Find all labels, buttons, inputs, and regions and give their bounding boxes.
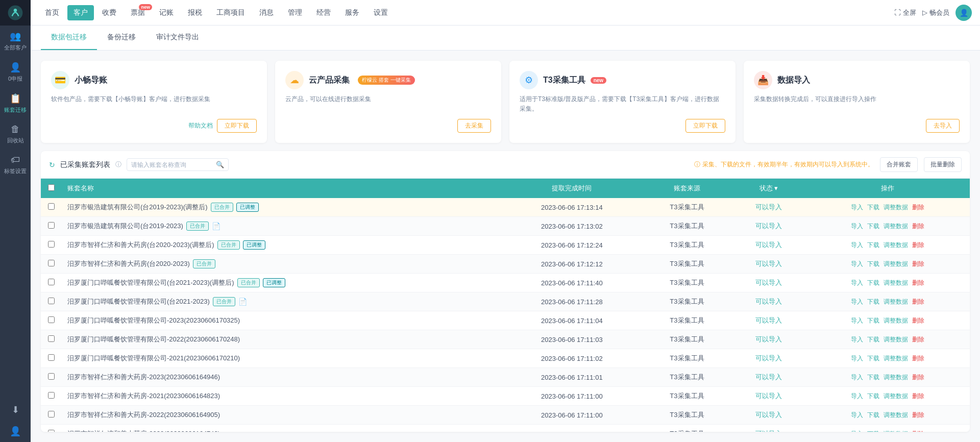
sidebar-item-profile[interactable]: 👤 (0, 421, 31, 442)
action-下载[interactable]: 下载 (867, 241, 879, 250)
action-删除[interactable]: 删除 (912, 241, 924, 250)
nav-industry[interactable]: 工商项目 (210, 5, 251, 20)
action-删除[interactable]: 删除 (912, 392, 924, 401)
nav-message[interactable]: 消息 (253, 5, 280, 20)
action-删除[interactable]: 删除 (912, 203, 924, 212)
refresh-icon[interactable]: ↻ (49, 161, 55, 169)
row-file-icon[interactable]: 📄 (238, 298, 247, 306)
nav-tax[interactable]: 报税 (182, 5, 208, 20)
search-input[interactable] (131, 161, 213, 168)
nav-home[interactable]: 首页 (39, 5, 65, 20)
row-checkbox[interactable] (48, 260, 55, 266)
row-checkbox[interactable] (48, 203, 55, 210)
action-调整数据[interactable]: 调整数据 (884, 222, 908, 231)
action-调整数据[interactable]: 调整数据 (884, 430, 908, 432)
nav-invoice[interactable]: 票据 new (125, 5, 151, 20)
sidebar-item-zero-report[interactable]: 👤 0申报 (0, 57, 31, 88)
search-icon[interactable]: 🔍 (216, 161, 224, 168)
action-导入[interactable]: 导入 (851, 222, 863, 231)
action-导入[interactable]: 导入 (851, 354, 863, 363)
row-checkbox[interactable] (48, 222, 55, 229)
select-all-checkbox[interactable] (48, 184, 55, 191)
user-avatar[interactable]: 👤 (955, 5, 972, 21)
action-删除[interactable]: 删除 (912, 354, 924, 363)
fullscreen-button[interactable]: ⛶ 全屏 (894, 8, 916, 17)
help-icon[interactable]: ⓘ (115, 160, 121, 169)
row-file-icon[interactable]: 📄 (212, 222, 220, 230)
action-删除[interactable]: 删除 (912, 411, 924, 420)
row-checkbox[interactable] (48, 241, 55, 248)
action-导入[interactable]: 导入 (851, 241, 863, 250)
action-导入[interactable]: 导入 (851, 411, 863, 420)
action-下载[interactable]: 下载 (867, 430, 879, 432)
action-删除[interactable]: 删除 (912, 316, 924, 325)
nav-billing[interactable]: 收费 (96, 5, 122, 20)
action-删除[interactable]: 删除 (912, 430, 924, 432)
nav-accounting[interactable]: 记账 (153, 5, 180, 20)
action-调整数据[interactable]: 调整数据 (884, 373, 908, 382)
action-下载[interactable]: 下载 (867, 373, 879, 382)
action-删除[interactable]: 删除 (912, 373, 924, 382)
action-导入[interactable]: 导入 (851, 203, 863, 212)
nav-settings[interactable]: 设置 (368, 5, 394, 20)
sidebar-item-download[interactable]: ⬇ (0, 399, 31, 421)
nav-operation[interactable]: 经营 (310, 5, 337, 20)
row-checkbox[interactable] (48, 316, 55, 323)
row-checkbox[interactable] (48, 430, 55, 432)
row-checkbox[interactable] (48, 354, 55, 361)
action-删除[interactable]: 删除 (912, 279, 924, 287)
action-导入[interactable]: 导入 (851, 260, 863, 268)
go-import-button[interactable]: 去导入 (926, 119, 960, 133)
action-导入[interactable]: 导入 (851, 316, 863, 325)
action-删除[interactable]: 删除 (912, 260, 924, 268)
action-调整数据[interactable]: 调整数据 (884, 335, 908, 344)
row-checkbox[interactable] (48, 373, 55, 380)
nav-client[interactable]: 客户 (67, 5, 94, 20)
action-下载[interactable]: 下载 (867, 279, 879, 287)
action-删除[interactable]: 删除 (912, 298, 924, 306)
batch-delete-button[interactable]: 批量删除 (924, 157, 962, 172)
go-collect-button[interactable]: 去采集 (457, 119, 491, 133)
row-checkbox[interactable] (48, 279, 55, 285)
action-导入[interactable]: 导入 (851, 392, 863, 401)
action-下载[interactable]: 下载 (867, 203, 879, 212)
action-删除[interactable]: 删除 (912, 222, 924, 231)
help-doc-link[interactable]: 帮助文档 (188, 121, 213, 130)
action-调整数据[interactable]: 调整数据 (884, 411, 908, 420)
action-调整数据[interactable]: 调整数据 (884, 392, 908, 401)
sidebar-item-account-migration[interactable]: 📋 账套迁移 (0, 88, 31, 119)
sidebar-item-tag-settings[interactable]: 🏷 标签设置 (0, 150, 31, 180)
tab-backup-migration[interactable]: 备份迁移 (97, 26, 146, 50)
action-下载[interactable]: 下载 (867, 354, 879, 363)
action-删除[interactable]: 删除 (912, 335, 924, 344)
nav-service[interactable]: 服务 (339, 5, 365, 20)
action-调整数据[interactable]: 调整数据 (884, 203, 908, 212)
row-checkbox[interactable] (48, 335, 55, 342)
vip-button[interactable]: ▷ 畅会员 (922, 8, 949, 17)
action-导入[interactable]: 导入 (851, 430, 863, 432)
sidebar-item-recycle-bin[interactable]: 🗑 回收站 (0, 119, 31, 150)
action-导入[interactable]: 导入 (851, 298, 863, 306)
action-下载[interactable]: 下载 (867, 298, 879, 306)
merge-button[interactable]: 合并账套 (880, 157, 918, 172)
nav-management[interactable]: 管理 (282, 5, 308, 20)
action-下载[interactable]: 下载 (867, 260, 879, 268)
action-调整数据[interactable]: 调整数据 (884, 354, 908, 363)
action-下载[interactable]: 下载 (867, 392, 879, 401)
tab-data-migration[interactable]: 数据包迁移 (41, 26, 97, 50)
action-导入[interactable]: 导入 (851, 335, 863, 344)
download-t3-button[interactable]: 立即下载 (685, 119, 725, 133)
download-now-button[interactable]: 立即下载 (217, 119, 257, 133)
action-下载[interactable]: 下载 (867, 316, 879, 325)
action-调整数据[interactable]: 调整数据 (884, 260, 908, 268)
action-导入[interactable]: 导入 (851, 373, 863, 382)
action-调整数据[interactable]: 调整数据 (884, 316, 908, 325)
row-checkbox[interactable] (48, 411, 55, 418)
action-调整数据[interactable]: 调整数据 (884, 298, 908, 306)
row-checkbox[interactable] (48, 298, 55, 304)
action-下载[interactable]: 下载 (867, 335, 879, 344)
action-导入[interactable]: 导入 (851, 279, 863, 287)
action-下载[interactable]: 下载 (867, 411, 879, 420)
action-下载[interactable]: 下载 (867, 222, 879, 231)
action-调整数据[interactable]: 调整数据 (884, 241, 908, 250)
